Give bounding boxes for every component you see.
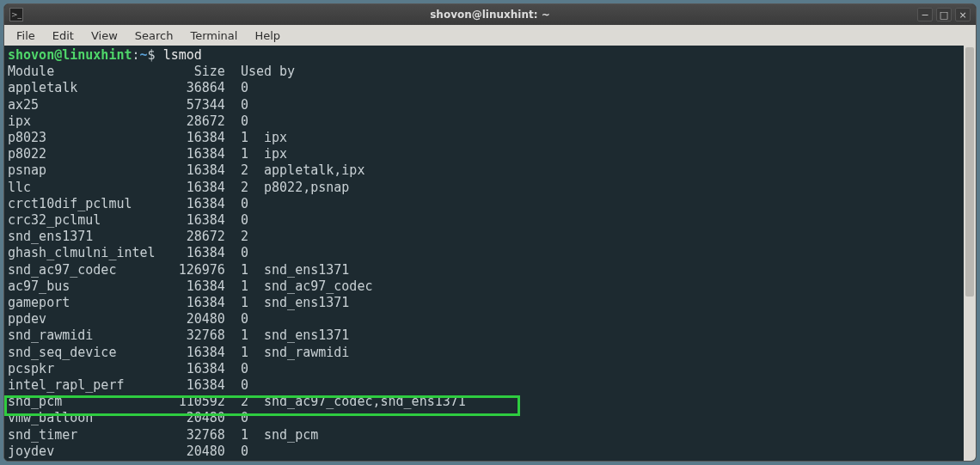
lsmod-row: snd_rawmidi 32768 1 snd_ens1371 [8, 327, 972, 344]
terminal-window: >_ shovon@linuxhint: ~ − □ × File Edit V… [3, 3, 977, 462]
lsmod-row: vmw_balloon 20480 0 [8, 410, 972, 426]
terminal-output[interactable]: shovon@linuxhint:~$ lsmodModule Size Use… [4, 46, 976, 461]
lsmod-row: pcspkr 16384 0 [8, 361, 972, 377]
lsmod-row: snd_pcm 110592 2 snd_ac97_codec,snd_ens1… [8, 394, 972, 410]
maximize-button[interactable]: □ [936, 8, 952, 21]
lsmod-row: ax25 57344 0 [8, 97, 972, 113]
menu-terminal[interactable]: Terminal [181, 27, 246, 45]
menu-view[interactable]: View [83, 27, 126, 45]
lsmod-row: ghash_clmulni_intel 16384 0 [8, 245, 972, 261]
lsmod-row: gameport 16384 1 snd_ens1371 [8, 295, 972, 311]
scrollbar-thumb[interactable] [965, 47, 974, 297]
menubar: File Edit View Search Terminal Help [4, 25, 976, 46]
terminal-icon: >_ [9, 8, 23, 21]
lsmod-row: ac97_bus 16384 1 snd_ac97_codec [8, 278, 972, 295]
lsmod-row: intel_rapl_perf 16384 0 [8, 377, 972, 394]
lsmod-row: ppdev 20480 0 [8, 311, 972, 327]
lsmod-row: joydev 20480 0 [8, 444, 972, 460]
lsmod-row: snd_timer 32768 1 snd_pcm [8, 427, 972, 444]
minimize-button[interactable]: − [917, 8, 933, 21]
menu-edit[interactable]: Edit [44, 27, 83, 45]
prompt-dollar: $ [148, 47, 163, 63]
titlebar[interactable]: >_ shovon@linuxhint: ~ − □ × [4, 4, 976, 25]
lsmod-header: Module Size Used by [8, 64, 972, 80]
lsmod-row: psnap 16384 2 appletalk,ipx [8, 162, 972, 179]
menu-help[interactable]: Help [246, 27, 289, 45]
lsmod-row: appletalk 36864 0 [8, 80, 972, 96]
lsmod-row: snd_ac97_codec 126976 1 snd_ens1371 [8, 262, 972, 278]
lsmod-row: crct10dif_pclmul 16384 0 [8, 196, 972, 212]
lsmod-row: snd_seq_device 16384 1 snd_rawmidi [8, 345, 972, 361]
lsmod-row: crc32_pclmul 16384 0 [8, 212, 972, 229]
prompt-user-host: shovon@linuxhint [8, 47, 132, 63]
close-button[interactable]: × [955, 8, 971, 21]
lsmod-row: llc 16384 2 p8022,psnap [8, 180, 972, 196]
scrollbar[interactable] [964, 46, 976, 461]
lsmod-row: p8023 16384 1 ipx [8, 130, 972, 146]
command-text: lsmod [163, 47, 202, 63]
lsmod-row: p8022 16384 1 ipx [8, 146, 972, 162]
lsmod-row: snd_ens1371 28672 2 [8, 229, 972, 245]
prompt-separator: : [132, 47, 140, 63]
prompt-line: shovon@linuxhint:~$ lsmod [8, 47, 972, 64]
lsmod-row: ipx 28672 0 [8, 113, 972, 130]
menu-search[interactable]: Search [126, 27, 182, 45]
prompt-path: ~ [140, 47, 148, 63]
window-title: shovon@linuxhint: ~ [430, 9, 550, 21]
menu-file[interactable]: File [8, 27, 44, 45]
window-controls: − □ × [917, 8, 971, 21]
